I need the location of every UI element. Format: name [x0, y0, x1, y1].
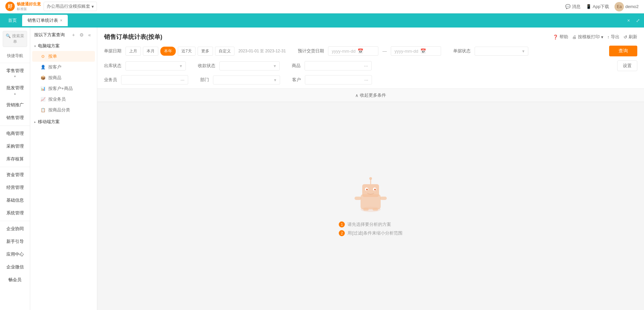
expected-date-start[interactable]: yyyy-mm-dd 📅 — [328, 46, 378, 56]
svg-point-5 — [366, 189, 368, 191]
sidebar-item-basic[interactable]: 基础信息 — [0, 194, 30, 207]
hint-num-2: 2 — [339, 230, 345, 236]
hint-num-1: 1 — [339, 221, 345, 227]
scheme-item-by-customer[interactable]: 👤 按客户 — [32, 62, 95, 72]
sidebar-item-newbie[interactable]: 新手引导 — [0, 235, 30, 248]
goods-dots-icon[interactable]: ··· — [364, 63, 368, 68]
sidebar-item-marketing[interactable]: 营销推广 — [0, 99, 30, 111]
scheme-group-desktop-header[interactable]: ▾ 电脑端方案 — [30, 41, 97, 51]
search-menu-btn[interactable]: 🔍 搜索菜单 — [3, 31, 27, 47]
date-btn-7days[interactable]: 近7天 — [178, 47, 196, 56]
by-customer-icon: 👤 — [40, 64, 46, 70]
tab-close-window-btn[interactable]: × — [625, 17, 632, 24]
filter-area: 单据日期 上月 本月 本年 近7天 更多 自定义 2023-01-01 至 20… — [104, 46, 637, 85]
apps-label: 应用中心 — [6, 251, 24, 257]
user-area[interactable]: Ea demo2 — [614, 2, 639, 11]
by-goods-cat-icon: 📋 — [40, 107, 46, 113]
scheme-add-btn[interactable]: + — [70, 32, 77, 38]
wholesale-label: 批发管理 — [6, 85, 24, 91]
by-cust-goods-icon: 📊 — [40, 86, 46, 91]
scheme-group-mobile-header[interactable]: ▸ 移动端方案 — [30, 117, 97, 127]
query-btn[interactable]: 查询 — [609, 46, 637, 56]
industry-selector[interactable]: 办公用品行业模拟账套 ▾ — [44, 2, 97, 11]
scheme-item-by-cust-goods[interactable]: 📊 按客户+商品 — [32, 83, 95, 94]
goods-select[interactable]: ··· — [305, 61, 372, 70]
wholesale-arrow-icon: ▴ — [14, 92, 16, 95]
customer-select[interactable]: ··· — [305, 75, 372, 85]
corp-label: 企业协同 — [6, 226, 24, 232]
date-btn-last-month[interactable]: 上月 — [125, 47, 141, 56]
sidebar-item-purchase[interactable]: 采购管理 — [0, 140, 30, 153]
scheme-item-by-salesperson[interactable]: 📈 按业务员 — [32, 94, 95, 105]
empty-hint-2: 2 用[过滤]条件来缩小分析范围 — [339, 230, 402, 236]
mobile-group-arrow-icon: ▸ — [34, 120, 36, 124]
sidebar-item-corp[interactable]: 企业协同 — [0, 222, 30, 235]
scheme-refresh-btn[interactable]: ⚙ — [78, 32, 85, 38]
out-status-select[interactable]: ▾ — [125, 61, 186, 70]
message-btn[interactable]: 💬 消息 — [565, 4, 581, 10]
collect-status-label: 收款状态 — [198, 63, 215, 69]
filter-row-2: 出库状态 ▾ 收款状态 ▾ 商品 ··· — [104, 60, 637, 71]
sidebar-item-retail[interactable]: 零售管理 ▾ — [0, 64, 30, 82]
sidebar-item-sales[interactable]: 销售管理 — [0, 111, 30, 124]
scheme-panel-title: 按以下方案查询 — [34, 32, 65, 38]
sidebar-item-wechat[interactable]: 企业微信 — [0, 261, 30, 273]
collapse-bar[interactable]: ∧ 收起更多条件 — [97, 89, 644, 102]
collapse-arrow-icon: ∧ — [355, 93, 359, 98]
sidebar-item-system[interactable]: 系统管理 — [0, 207, 30, 219]
logo-sub: 标准版 — [17, 7, 41, 11]
tab-close-icon[interactable]: × — [60, 18, 62, 23]
set-btn[interactable]: 设置 — [617, 60, 637, 71]
print-btn[interactable]: 🖨 按模板打印 ▾ — [572, 34, 603, 40]
by-goods-cat-label: 按商品分类 — [48, 107, 70, 113]
logo-area: 好 畅捷通好生意 标准版 — [5, 2, 41, 11]
by-goods-icon: 📦 — [40, 75, 46, 81]
scheme-item-by-goods[interactable]: 📦 按商品 — [32, 72, 95, 83]
collect-status-select[interactable]: ▾ — [219, 61, 280, 70]
help-btn[interactable]: ❓ 帮助 — [553, 34, 568, 40]
app-label: App下载 — [593, 4, 609, 10]
svg-rect-10 — [373, 208, 378, 211]
logo-text: 畅捷通好生意 — [17, 2, 41, 6]
scheme-panel-actions: + ⚙ « — [70, 32, 93, 38]
sidebar-item-wholesale[interactable]: 批发管理 ▴ — [0, 82, 30, 99]
customer-dots-icon[interactable]: ··· — [364, 77, 368, 83]
salesperson-select[interactable]: ··· — [121, 75, 188, 85]
top-bar-right: 💬 消息 📱 App下载 Ea demo2 — [565, 2, 639, 11]
date-btn-custom[interactable]: 自定义 — [215, 47, 234, 56]
sidebar-item-ecommerce[interactable]: 电商管理 — [0, 127, 30, 140]
scheme-item-by-order[interactable]: ⊙ 按单 — [32, 51, 95, 62]
empty-state: 1 请先选择要分析的方案 2 用[过滤]条件来缩小分析范围 — [97, 102, 644, 310]
salesperson-dots-icon[interactable]: ··· — [180, 77, 184, 83]
status-select[interactable]: ▾ — [475, 47, 528, 56]
scheme-collapse-btn[interactable]: « — [86, 32, 93, 38]
scheme-item-by-goods-cat[interactable]: 📋 按商品分类 — [32, 105, 95, 115]
sidebar-item-inventory[interactable]: 库存核算 — [0, 153, 30, 165]
quick-nav-btn[interactable]: 快捷导航 — [0, 50, 30, 61]
print-dropdown-icon: ▾ — [601, 35, 603, 40]
by-goods-label: 按商品 — [48, 75, 61, 81]
collapse-btn[interactable]: ∧ 收起更多条件 — [355, 92, 386, 98]
tab-home[interactable]: 首页 — [3, 15, 22, 26]
sidebar-item-member[interactable]: 畅会员 — [0, 273, 30, 286]
dept-select[interactable]: ▾ — [213, 75, 280, 85]
sidebar-divider-4 — [0, 221, 30, 221]
by-cust-goods-label: 按客户+商品 — [48, 86, 73, 92]
goods-label: 商品 — [292, 63, 301, 69]
date-btn-this-month[interactable]: 本月 — [143, 47, 158, 56]
tab-maximize-btn[interactable]: ⤢ — [635, 17, 641, 24]
desktop-group-arrow-icon: ▾ — [34, 44, 36, 48]
by-customer-label: 按客户 — [48, 64, 61, 70]
date-btn-this-year[interactable]: 本年 — [160, 47, 176, 56]
sidebar-item-finance[interactable]: 资金管理 — [0, 168, 30, 181]
tab-sales-stat[interactable]: 销售订单统计表 × — [22, 15, 68, 26]
expected-date-end[interactable]: yyyy-mm-dd 📅 — [391, 46, 441, 56]
refresh-btn[interactable]: ↺ 刷新 — [624, 34, 637, 40]
customer-label: 客户 — [292, 77, 301, 83]
app-download-btn[interactable]: 📱 App下载 — [586, 4, 609, 10]
sidebar-item-ops[interactable]: 经营管理 — [0, 181, 30, 194]
tab-sales-stat-label: 销售订单统计表 — [28, 17, 58, 23]
date-btn-more[interactable]: 更多 — [198, 47, 213, 56]
sidebar-item-apps[interactable]: 应用中心 — [0, 248, 30, 261]
export-btn[interactable]: ↑ 导出 — [607, 34, 620, 40]
